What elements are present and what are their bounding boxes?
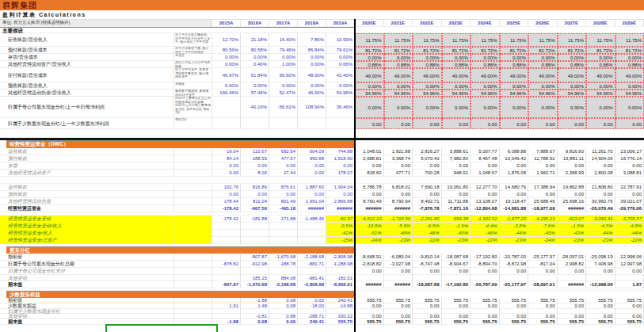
cell[interactable]: 5,070.40 [413,155,442,162]
cell[interactable]: -0.5% [326,223,355,230]
cell[interactable]: 0.88% [615,61,644,68]
cell[interactable]: 8,760.49 [355,198,384,205]
cell[interactable]: -15% [326,237,355,244]
cell[interactable] [298,268,326,275]
cell[interactable]: 818.60 [355,170,384,177]
cell[interactable] [212,97,241,118]
section-title[interactable]: 主要假设 [0,27,355,33]
cell[interactable]: -23% [500,237,529,244]
cell[interactable]: 744.88 [326,148,355,155]
cell[interactable]: 54.96% [471,90,500,97]
cell[interactable]: 54.96% [615,90,644,97]
cell[interactable]: 86.84% [298,47,326,54]
cell[interactable]: 21,808.80 [586,184,615,191]
cell[interactable] [384,275,413,281]
cell[interactable]: 0.00% [269,54,298,61]
cell[interactable]: 0.00 [269,162,298,170]
cell[interactable]: 11.75% [500,33,529,47]
cell[interactable]: 81.72% [528,47,558,54]
cell[interactable]: 0.00% [528,82,558,90]
cell[interactable]: 0.00 [384,191,413,198]
cell[interactable]: -1,488.46 [298,216,326,223]
cell[interactable]: 178.44 [212,198,241,205]
cell[interactable]: -25,177.97 [528,254,558,261]
cell[interactable]: 81.72% [586,47,615,54]
cell[interactable]: -881.71 [298,261,326,268]
cell[interactable]: 0.00 [500,162,529,170]
cell[interactable]: -2,818.82 [355,261,384,268]
cell[interactable]: 10,061.80 [442,184,471,191]
cell[interactable]: 54.96% [558,90,587,97]
cell[interactable]: -8,668.91 [355,254,384,261]
cell[interactable]: 0.00 [212,191,241,198]
row-label[interactable]: 应收账款/营业收入 [0,33,174,47]
cell[interactable] [241,230,269,237]
cell[interactable]: -495.18 [269,205,298,212]
cell[interactable]: 477.67 [269,155,298,162]
cell[interactable]: -28,097.01 [528,281,558,288]
cell[interactable]: 3,088.81 [615,170,644,177]
cell[interactable]: 3,368.74 [384,155,413,162]
cell[interactable] [212,118,241,129]
cell[interactable]: 0.00% [384,54,413,61]
cell[interactable]: 604.09 [298,148,326,155]
cell[interactable]: 0.00% [471,54,500,61]
cell[interactable]: -45% [528,230,558,237]
row-label[interactable]: 经营性营运资金变动 [0,216,174,223]
cell[interactable]: -5.9% [384,223,413,230]
cell[interactable]: 0.00 [615,191,644,198]
cell[interactable]: -3,027.98 [384,261,413,268]
row-note[interactable] [174,216,212,223]
cell[interactable]: 0.00% [298,61,326,68]
cell[interactable]: 0.46% [241,61,269,68]
cell[interactable]: 0.00 [355,268,384,275]
cell[interactable]: 0.88% [355,61,384,68]
cell[interactable]: 1,960.71 [528,170,558,177]
cell[interactable]: 555.75 [558,319,587,325]
cell[interactable]: ###### [384,281,413,288]
cell[interactable]: 1.87 [615,281,644,288]
cell[interactable] [269,223,298,230]
column-header-2015A[interactable]: 2015A [212,20,241,27]
cell[interactable]: 0.00 [586,303,615,309]
cell[interactable]: -907.56 [241,205,269,212]
cell[interactable]: 11.75% [528,33,558,47]
cell[interactable]: 0.00 [471,162,500,170]
cell[interactable]: 0.00 [471,268,500,275]
cell[interactable]: 108.94% [298,97,326,118]
cell[interactable]: 54.96% [355,90,384,97]
cell[interactable]: 0.00 [586,268,615,275]
cell[interactable]: 0.00 [241,191,269,198]
cell[interactable]: -981.41 [298,275,326,281]
cell[interactable]: 0.88% [413,61,442,68]
cell[interactable]: -22% [413,237,442,244]
cell[interactable] [269,268,298,275]
cell[interactable]: 54.96% [384,90,413,97]
cell[interactable] [212,254,241,261]
cell[interactable]: -8,872.98 [500,261,529,268]
cell[interactable]: 3,888.61 [442,148,471,155]
cell[interactable]: 555.75 [326,319,355,325]
cell[interactable]: 0.08 [269,298,298,303]
cell[interactable]: 555.75 [528,298,558,303]
cell[interactable] [241,268,269,275]
row-label[interactable]: 少数股东损益 [0,303,174,309]
row-note[interactable] [174,223,212,230]
cell[interactable]: 57.46% [241,90,269,97]
cell[interactable]: -51% [355,230,384,237]
cell[interactable]: 42.40% [326,68,355,82]
cell[interactable] [558,275,587,281]
row-note[interactable]: 整体量下滑趋势, 参考维持2019年水平 [174,90,212,97]
cell[interactable]: -24% [528,237,558,244]
cell[interactable]: 16,776.14 [615,155,644,162]
cell[interactable]: -178.42 [212,216,241,223]
row-note[interactable] [174,261,212,268]
row-note[interactable] [174,275,212,281]
cell[interactable]: 555.75 [558,298,587,303]
row-label[interactable]: 经营性营运资金变动/收入 [0,223,174,230]
cell[interactable]: 11.75% [471,33,500,47]
cell[interactable]: 2,866.88 [326,198,355,205]
cell[interactable]: 1,048.67 [471,170,500,177]
cell[interactable]: -2.6% [442,223,471,230]
cell[interactable]: -18.00 [298,303,326,309]
